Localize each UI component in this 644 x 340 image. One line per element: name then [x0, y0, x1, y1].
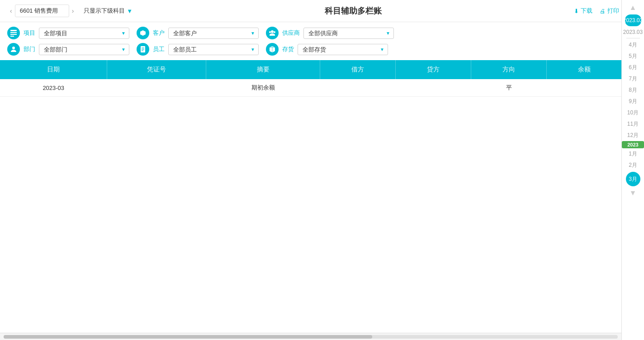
svg-rect-1: [10, 32, 17, 33]
svg-point-4: [271, 30, 274, 33]
employee-icon: [137, 43, 149, 56]
sidebar-item-2023-03-second[interactable]: 2023.03: [622, 27, 644, 37]
col-direction: 方向: [471, 60, 547, 79]
show-sub-dropdown-arrow: ▼: [127, 8, 133, 14]
department-select-wrap: 全部部门: [39, 44, 129, 55]
filter-row-1: 项目 全部项目 客户 全部客户: [7, 27, 637, 39]
sidebar-item-jan[interactable]: 1月: [622, 148, 644, 160]
col-date: 日期: [0, 60, 107, 79]
print-btn[interactable]: 🖨 打印: [600, 7, 619, 15]
filter-item-supplier: 供应商 全部供应商: [266, 27, 394, 39]
scrollbar-thumb[interactable]: [4, 335, 372, 339]
sidebar-item-aug[interactable]: 8月: [622, 85, 644, 96]
supplier-icon: [266, 27, 279, 39]
sidebar-item-year-2023[interactable]: 2023: [622, 141, 644, 148]
svg-rect-3: [10, 36, 14, 37]
cell-credit: [396, 79, 471, 97]
inventory-select[interactable]: 全部存货: [298, 44, 388, 55]
cell-balance: [547, 79, 621, 97]
customer-icon: [137, 27, 149, 39]
next-account-btn[interactable]: ›: [69, 6, 77, 15]
project-select[interactable]: 全部项目: [39, 28, 129, 39]
cell-debit: [320, 79, 396, 97]
cell-direction: 平: [471, 79, 547, 97]
header-bar: ‹ 6601 销售费用 › 只显示下级科目 ▼ 科目辅助多栏账 ⬇ 下载 🖨 打…: [0, 0, 644, 22]
employee-select-wrap: 全部员工: [168, 44, 259, 55]
department-icon: [7, 43, 20, 56]
inventory-label: 存货: [282, 45, 294, 53]
col-balance: 余额: [547, 60, 621, 79]
sidebar-item-mar-active[interactable]: 3月: [626, 172, 640, 186]
svg-point-6: [274, 31, 275, 33]
download-label: 下载: [581, 7, 592, 15]
supplier-select-wrap: 全部供应商: [303, 28, 394, 39]
svg-point-7: [12, 47, 15, 49]
horizontal-scrollbar[interactable]: [0, 333, 621, 340]
sidebar-divider: [626, 38, 640, 38]
sidebar-item-jul[interactable]: 7月: [622, 73, 644, 85]
print-icon: 🖨: [600, 8, 606, 14]
employee-label: 员工: [153, 45, 165, 53]
department-select[interactable]: 全部部门: [39, 44, 129, 55]
show-sub-account-btn[interactable]: 只显示下级科目 ▼: [84, 7, 133, 15]
employee-select[interactable]: 全部员工: [168, 44, 259, 55]
sidebar-scroll-up-btn[interactable]: ▲: [630, 4, 637, 12]
cell-voucher: [107, 79, 206, 97]
customer-select-wrap: 全部客户: [168, 28, 259, 39]
inventory-icon: [266, 43, 279, 56]
account-name: 销售费用: [34, 7, 58, 14]
filter-item-customer: 客户 全部客户: [137, 27, 259, 39]
sidebar-item-jun[interactable]: 6月: [622, 62, 644, 73]
sidebar-item-feb[interactable]: 2月: [622, 160, 644, 171]
account-code: 6601: [20, 7, 33, 14]
col-voucher: 凭证号: [107, 60, 206, 79]
sidebar-item-2023-03-top[interactable]: 2023.03: [625, 14, 641, 26]
supplier-label: 供应商: [282, 29, 300, 37]
filter-item-inventory: 存货 全部存货: [266, 43, 388, 56]
download-icon: ⬇: [574, 8, 579, 14]
svg-rect-2: [10, 34, 17, 35]
inventory-select-wrap: 全部存货: [298, 44, 388, 55]
main-window: ▲ 2023.03 2023.03 4月 5月 6月 7月 8月 9月 10月 …: [0, 0, 644, 340]
ledger-table: 日期 凭证号 摘要 借方 贷方 方向 余额 2023-03 期初余额 平: [0, 60, 621, 97]
show-sub-label: 只显示下级科目: [84, 7, 125, 15]
account-label: 6601 销售费用: [15, 5, 69, 17]
filter-item-project: 项目 全部项目: [7, 27, 129, 39]
customer-select[interactable]: 全部客户: [168, 28, 259, 39]
sidebar-item-sep[interactable]: 9月: [622, 96, 644, 107]
customer-label: 客户: [153, 29, 165, 37]
table-container: 日期 凭证号 摘要 借方 贷方 方向 余额 2023-03 期初余额 平: [0, 60, 621, 333]
prev-account-btn[interactable]: ‹: [7, 6, 15, 15]
project-icon: [7, 27, 20, 39]
print-label: 打印: [607, 7, 619, 15]
filter-row-2: 部门 全部部门 员工 全部员工: [7, 43, 637, 56]
col-debit: 借方: [320, 60, 396, 79]
sidebar-item-apr[interactable]: 4月: [622, 39, 644, 51]
sidebar-scroll-down-btn[interactable]: ▼: [630, 189, 637, 197]
cell-summary: 期初余额: [206, 79, 320, 97]
svg-point-5: [269, 31, 271, 33]
sidebar-item-oct[interactable]: 10月: [622, 107, 644, 118]
department-label: 部门: [24, 45, 35, 53]
filter-item-employee: 员工 全部员工: [137, 43, 259, 56]
col-credit: 贷方: [396, 60, 471, 79]
table-row: 2023-03 期初余额 平: [0, 79, 621, 97]
project-select-wrap: 全部项目: [39, 28, 129, 39]
sidebar-item-may[interactable]: 5月: [622, 51, 644, 62]
scrollbar-track: [4, 335, 618, 339]
col-summary: 摘要: [206, 60, 320, 79]
cell-date: 2023-03: [0, 79, 107, 97]
sidebar-item-dec[interactable]: 12月: [622, 130, 644, 141]
download-btn[interactable]: ⬇ 下载: [574, 7, 592, 15]
project-label: 项目: [24, 29, 35, 37]
right-sidebar: ▲ 2023.03 2023.03 4月 5月 6月 7月 8月 9月 10月 …: [621, 0, 644, 340]
svg-rect-0: [10, 30, 17, 31]
filter-bar: 项目 全部项目 客户 全部客户: [0, 22, 644, 60]
filter-item-department: 部门 全部部门: [7, 43, 129, 56]
sidebar-item-nov[interactable]: 11月: [622, 118, 644, 130]
page-title: 科目辅助多栏账: [133, 5, 574, 16]
supplier-select[interactable]: 全部供应商: [303, 28, 394, 39]
